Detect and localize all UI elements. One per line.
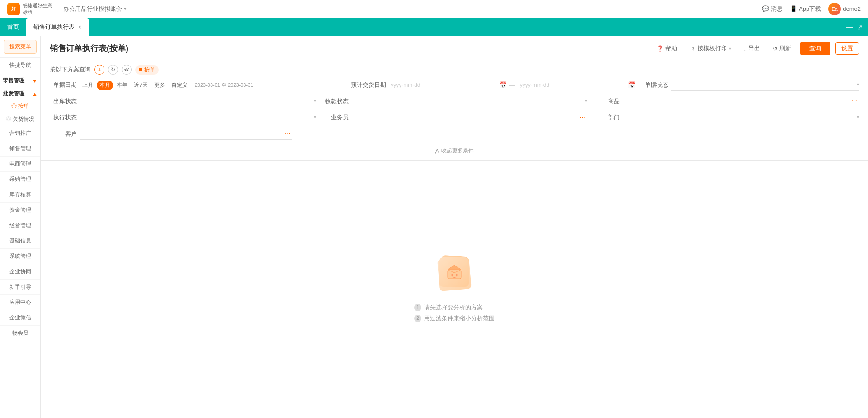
sidebar-item-sales-mgmt[interactable]: 销售管理 — [0, 141, 40, 157]
delivery-status-label: 出库状态 — [50, 97, 77, 105]
date-this-month-button[interactable]: 本月 — [97, 81, 113, 90]
sidebar-item-app-center[interactable]: 应用中心 — [0, 295, 40, 310]
sidebar-item-newbie[interactable]: 新手引导 — [0, 280, 40, 295]
date-range-text: 2023-03-01 至 2023-03-31 — [195, 82, 254, 89]
sidebar-item-operations[interactable]: 经营管理 — [0, 218, 40, 233]
date-dash: — — [509, 82, 515, 89]
customer-more-icon[interactable]: ··· — [283, 129, 292, 138]
sidebar-item-marketing[interactable]: 营销推广 — [0, 126, 40, 141]
filter-expected-delivery: 预计交货日期 📅 — 📅 — [345, 80, 636, 90]
sidebar: 搜索菜单 快捷导航 零售管理 ▼ 批发管理 ▲ ◎ 按单 ◎ 欠货情况 营销推广… — [0, 36, 41, 418]
sidebar-item-ecommerce[interactable]: 电商管理 — [0, 157, 40, 172]
expected-delivery-from-input[interactable] — [389, 80, 497, 90]
execution-status-input[interactable] — [80, 112, 314, 122]
scheme-collapse-button[interactable]: ≪ — [122, 65, 132, 75]
sidebar-item-wholesale[interactable]: 批发管理 ▲ — [0, 86, 40, 100]
order-status-input[interactable] — [671, 79, 857, 90]
salesman-input[interactable] — [351, 112, 578, 122]
expected-delivery-label: 预计交货日期 — [345, 81, 386, 89]
delivery-status-dropdown-icon: ▾ — [314, 98, 316, 103]
department-label: 部门 — [593, 114, 620, 122]
date-more-button[interactable]: 更多 — [151, 81, 168, 90]
date-this-year-button[interactable]: 本年 — [114, 81, 130, 90]
order-status-select[interactable]: ▾ — [671, 79, 859, 91]
tab-maximize-icon[interactable]: ⤢ — [857, 23, 863, 32]
svg-point-5 — [456, 274, 458, 276]
empty-box-face — [439, 257, 469, 287]
execution-status-select[interactable]: ▾ — [80, 112, 316, 124]
scheme-refresh-button[interactable]: ↻ — [108, 65, 118, 75]
collection-status-select[interactable]: ▾ — [351, 95, 588, 107]
search-menu-button[interactable]: 搜索菜单 — [4, 40, 37, 54]
page-actions: ❓ 帮助 🖨 按模板打印 ▾ ↓ 导出 ↺ 刷新 查询 设置 — [653, 42, 859, 55]
sidebar-item-wechat[interactable]: 企业微信 — [0, 310, 40, 326]
app-download-button[interactable]: 📱 App下载 — [790, 5, 821, 13]
active-scheme-badge[interactable]: 按单 — [135, 65, 159, 75]
sidebar-item-inventory[interactable]: 库存核算 — [0, 187, 40, 203]
user-menu[interactable]: Ea demo2 — [828, 3, 861, 15]
sidebar-item-enterprise[interactable]: 企业协同 — [0, 264, 40, 280]
logo-area: 好 畅捷通好生意 标版 — [7, 2, 52, 15]
empty-box-svg — [445, 263, 463, 281]
help-button[interactable]: ❓ 帮助 — [653, 43, 681, 54]
filter-department: 部门 ▾ — [593, 112, 859, 124]
sidebar-item-quick-nav[interactable]: 快捷导航 — [0, 58, 40, 73]
sidebar-sub-item-shortage[interactable]: ◎ 欠货情况 — [0, 113, 40, 126]
top-header: 好 畅捷通好生意 标版 办公用品行业模拟账套 ▾ 💬 消息 📱 App下载 Ea… — [0, 0, 868, 18]
tab-bar-right: — ⤢ — [846, 23, 868, 32]
query-button[interactable]: 查询 — [800, 42, 830, 55]
sidebar-item-basic-info[interactable]: 基础信息 — [0, 233, 40, 249]
tab-sales-order[interactable]: 销售订单执行表 × — [26, 18, 89, 36]
product-select[interactable]: ··· — [623, 95, 859, 107]
filter-execution-status: 执行状态 ▾ — [50, 112, 316, 124]
customer-input[interactable] — [80, 128, 283, 138]
collection-status-dropdown-icon: ▾ — [585, 98, 587, 103]
date-prev-month-button[interactable]: 上月 — [80, 81, 96, 90]
sidebar-item-member[interactable]: 畅会员 — [0, 326, 40, 341]
page-title: 销售订单执行表(按单) — [50, 43, 128, 54]
tab-minimize-icon[interactable]: — — [846, 23, 853, 31]
collection-status-input[interactable] — [351, 95, 585, 106]
date-7days-button[interactable]: 近7天 — [131, 81, 151, 90]
collapse-icon: ⋀ — [435, 148, 439, 154]
collapse-button[interactable]: ⋀ 收起更多条件 — [435, 147, 474, 155]
export-button[interactable]: ↓ 导出 — [740, 43, 764, 54]
expected-delivery-to-input[interactable] — [518, 80, 627, 90]
department-select[interactable]: ▾ — [623, 112, 859, 124]
tab-home[interactable]: 首页 — [0, 18, 26, 36]
department-input[interactable] — [623, 112, 857, 122]
product-more-icon[interactable]: ··· — [849, 97, 859, 105]
tab-close-icon[interactable]: × — [78, 24, 81, 30]
salesman-more-icon[interactable]: ··· — [578, 113, 587, 121]
message-button[interactable]: 💬 消息 — [762, 5, 783, 13]
delivery-status-input[interactable] — [80, 95, 314, 106]
execution-status-label: 执行状态 — [50, 114, 77, 122]
main-layout: 搜索菜单 快捷导航 零售管理 ▼ 批发管理 ▲ ◎ 按单 ◎ 欠货情况 营销推广… — [0, 36, 868, 418]
wholesale-expand-icon: ▲ — [32, 91, 38, 97]
sidebar-item-finance[interactable]: 资金管理 — [0, 203, 40, 218]
refresh-icon: ↺ — [773, 45, 778, 52]
scheme-add-button[interactable]: + — [94, 65, 104, 75]
print-button[interactable]: 🖨 按模板打印 ▾ — [686, 43, 735, 54]
salesman-select[interactable]: ··· — [351, 112, 588, 124]
breadcrumb[interactable]: 办公用品行业模拟账套 ▾ — [63, 5, 127, 13]
sidebar-item-purchase[interactable]: 采购管理 — [0, 172, 40, 187]
collection-status-label: 收款状态 — [321, 97, 349, 105]
sidebar-sub-item-by-order[interactable]: ◎ 按单 — [0, 100, 40, 113]
logo-icon: 好 — [7, 3, 20, 15]
sidebar-search-area: 搜索菜单 — [0, 36, 40, 58]
print-icon: 🖨 — [690, 45, 696, 52]
date-custom-button[interactable]: 自定义 — [169, 81, 190, 90]
refresh-button[interactable]: ↺ 刷新 — [769, 43, 795, 54]
delivery-status-select[interactable]: ▾ — [80, 95, 316, 107]
filter-product: 商品 ··· — [593, 95, 859, 107]
calendar-from-icon: 📅 — [499, 81, 507, 89]
customer-select[interactable]: ··· — [80, 128, 292, 140]
product-input[interactable] — [623, 95, 849, 106]
sidebar-item-retail[interactable]: 零售管理 ▼ — [0, 73, 40, 86]
department-dropdown-icon: ▾ — [857, 114, 859, 119]
svg-point-4 — [451, 274, 453, 276]
settings-button[interactable]: 设置 — [835, 42, 859, 55]
retail-expand-icon: ▼ — [32, 78, 38, 84]
sidebar-item-system[interactable]: 系统管理 — [0, 249, 40, 264]
